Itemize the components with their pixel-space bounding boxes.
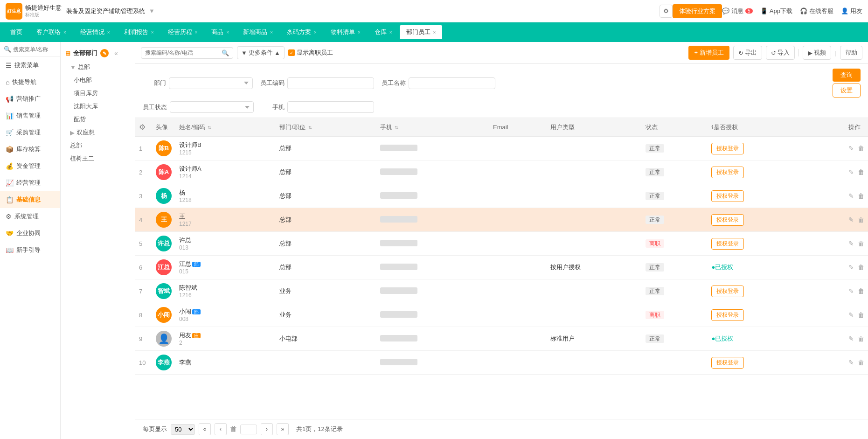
edit-icon[interactable]: ✎ (848, 168, 854, 176)
add-employee-button[interactable]: + 新增员工 (688, 46, 729, 60)
close-icon[interactable]: × (270, 30, 273, 35)
auth-button[interactable]: 授权登录 (711, 286, 744, 297)
close-icon[interactable]: × (151, 30, 154, 35)
dept-node-shenyang[interactable]: 沈阳大库 (61, 100, 135, 113)
sidebar-item-quicknav[interactable]: ⌂ 快捷导航 (0, 74, 60, 91)
sidebar-item-marketing[interactable]: 📢 营销推广 (0, 91, 60, 107)
sidebar-item-guide[interactable]: 📖 新手引导 (0, 242, 60, 258)
dept-node-xiangmu[interactable]: 项目库房 (61, 87, 135, 100)
delete-icon[interactable]: 🗑 (858, 145, 864, 152)
tab-add-goods[interactable]: 新增商品 × (236, 25, 279, 39)
collapse-button[interactable]: « (111, 49, 121, 58)
auth-button[interactable]: 授权登录 (711, 143, 744, 154)
dept-node-zongbu2[interactable]: 总部 (61, 139, 135, 152)
dept-select[interactable] (169, 77, 253, 89)
dept-node-zhishu[interactable]: 植树王二 (61, 152, 135, 165)
edit-icon[interactable]: ✎ (848, 359, 854, 366)
phone-input[interactable] (287, 101, 374, 113)
trial-button[interactable]: 体验行业方案 (673, 4, 722, 18)
sidebar-item-sales[interactable]: 📊 销售管理 (0, 107, 60, 124)
delete-icon[interactable]: 🗑 (858, 216, 864, 223)
tab-bom[interactable]: 物料清单 × (324, 25, 367, 39)
search-input[interactable] (145, 49, 220, 56)
sort-icon-name[interactable]: ⇅ (208, 125, 211, 130)
edit-icon[interactable]: ✎ (848, 264, 854, 271)
edit-icon[interactable]: ✎ (848, 145, 854, 152)
close-icon[interactable]: × (226, 30, 229, 35)
close-icon[interactable]: × (195, 30, 198, 35)
settings-gear-icon[interactable]: ⚙ (139, 123, 146, 131)
tab-business[interactable]: 经营情况 × (74, 25, 117, 39)
delete-icon[interactable]: 🗑 (858, 168, 864, 176)
delete-icon[interactable]: 🗑 (858, 359, 864, 366)
tab-dept-employee[interactable]: 部门员工 × (400, 25, 443, 39)
settings-button[interactable]: ⚙ (660, 5, 673, 18)
emp-name-input[interactable] (409, 77, 495, 89)
tab-profit[interactable]: 利润报告 × (118, 25, 160, 39)
help-button[interactable]: 帮助 (840, 46, 862, 60)
search-submit-icon[interactable]: 🔍 (222, 49, 229, 56)
edit-icon[interactable]: ✎ (848, 335, 854, 342)
edit-icon[interactable]: ✎ (848, 216, 854, 223)
more-filter-button[interactable]: ▼ 更多条件 ▲ (237, 46, 285, 59)
last-page-button[interactable]: » (277, 423, 289, 435)
prev-page-button[interactable]: ‹ (215, 423, 227, 435)
edit-icon[interactable]: ✎ (848, 311, 854, 319)
close-icon[interactable]: × (433, 30, 436, 35)
status-select[interactable] (170, 101, 254, 113)
sidebar-item-search[interactable]: ☰ 搜索菜单 (0, 57, 60, 74)
close-icon[interactable]: × (107, 30, 110, 35)
edit-icon[interactable]: ✎ (848, 287, 854, 295)
delete-icon[interactable]: 🗑 (858, 264, 864, 271)
close-icon[interactable]: × (63, 30, 66, 35)
auth-button[interactable]: 授权登录 (711, 357, 744, 369)
tab-history[interactable]: 经营历程 × (161, 25, 204, 39)
delete-icon[interactable]: 🗑 (858, 240, 864, 247)
delete-icon[interactable]: 🗑 (858, 287, 864, 295)
user-menu-button[interactable]: 👤 用友 (841, 7, 862, 15)
message-button[interactable]: 💬 消息 5 (722, 7, 753, 15)
online-service-button[interactable]: 🎧 在线客服 (800, 7, 833, 15)
tab-home[interactable]: 首页 (4, 25, 29, 39)
tab-customer[interactable]: 客户联络 × (30, 25, 73, 39)
sidebar-item-system[interactable]: ⚙ 系统管理 (0, 208, 60, 225)
dept-node-shuangzuoxiang[interactable]: ▶ 双座想 (61, 126, 135, 139)
set-button[interactable]: 设置 (833, 84, 861, 98)
import-button[interactable]: ↺ 导入 (766, 46, 795, 60)
sidebar-item-basic[interactable]: 📋 基础信息 (0, 191, 60, 208)
auth-button[interactable]: 授权登录 (711, 167, 744, 178)
dropdown-arrow-icon[interactable]: ▼ (149, 7, 155, 14)
emp-code-input[interactable] (287, 77, 374, 89)
delete-icon[interactable]: 🗑 (858, 311, 864, 319)
dept-node-zongbu-parent[interactable]: ▼ 总部 (61, 61, 135, 74)
sidebar-item-collab[interactable]: 🤝 企业协同 (0, 225, 60, 242)
close-icon[interactable]: × (389, 30, 392, 35)
video-button[interactable]: ▶ 视频 (803, 46, 831, 60)
close-icon[interactable]: × (358, 30, 361, 35)
auth-button[interactable]: 授权登录 (711, 214, 744, 226)
dept-node-xiaodianbu[interactable]: 小电部 (61, 74, 135, 87)
tab-warehouse[interactable]: 仓库 × (368, 25, 399, 39)
sidebar-search-input[interactable] (13, 46, 56, 53)
sort-icon-phone[interactable]: ⇅ (395, 125, 398, 130)
page-number-input[interactable]: 1 (240, 425, 257, 434)
sidebar-item-finance[interactable]: 💰 资金管理 (0, 158, 60, 174)
sidebar-item-inventory[interactable]: 📦 库存核算 (0, 141, 60, 158)
next-page-button[interactable]: › (261, 423, 273, 435)
delete-icon[interactable]: 🗑 (858, 335, 864, 342)
tab-barcode[interactable]: 条码方案 × (280, 25, 323, 39)
edit-icon[interactable]: ✎ (848, 240, 854, 247)
dept-add-button[interactable]: ✎ (100, 49, 109, 57)
sidebar-item-operation[interactable]: 📈 经营管理 (0, 174, 60, 191)
auth-button[interactable]: 授权登录 (711, 238, 744, 250)
export-button[interactable]: ↻ 导出 (733, 46, 762, 60)
sidebar-item-purchase[interactable]: 🛒 采购管理 (0, 124, 60, 141)
delete-icon[interactable]: 🗑 (858, 192, 864, 200)
app-download-button[interactable]: 📱 App下载 (760, 7, 792, 15)
close-icon[interactable]: × (314, 30, 317, 35)
tab-goods[interactable]: 商品 × (205, 25, 236, 39)
first-page-button[interactable]: « (199, 423, 211, 435)
page-size-select[interactable]: 50 100 200 (171, 424, 195, 435)
dept-node-peihuo[interactable]: 配货 (61, 113, 135, 126)
edit-icon[interactable]: ✎ (848, 192, 854, 200)
